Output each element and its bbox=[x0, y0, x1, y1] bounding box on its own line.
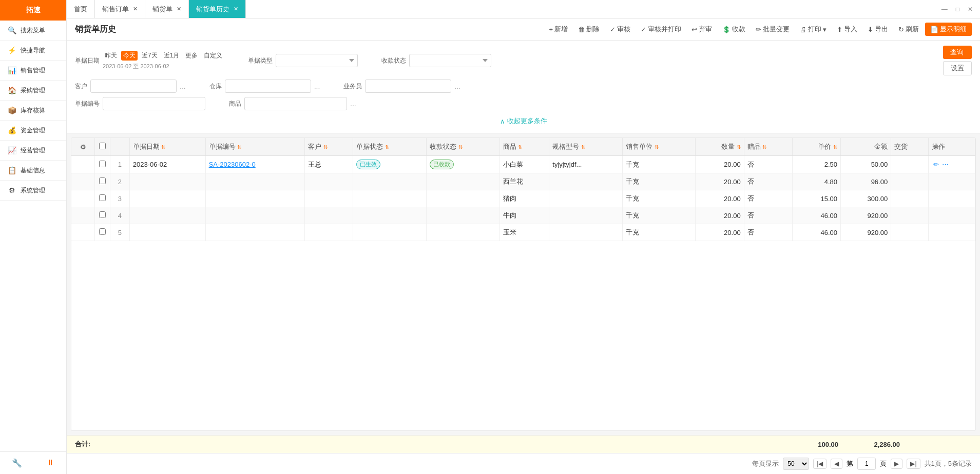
th-quantity[interactable]: 数量 ⇅ bbox=[696, 138, 744, 156]
maximize-btn[interactable]: □ bbox=[954, 5, 962, 14]
warehouse-dots[interactable]: ... bbox=[314, 82, 320, 90]
td-goods: 小白菜 bbox=[499, 156, 549, 173]
doc-number-input[interactable] bbox=[103, 97, 205, 110]
last-page-btn[interactable]: ▶| bbox=[907, 459, 920, 469]
td-check[interactable] bbox=[95, 156, 110, 173]
sidebar-item-search-menu[interactable]: 🔍 搜索菜单 bbox=[0, 21, 66, 41]
new-button[interactable]: + 新增 bbox=[545, 23, 572, 36]
sales-mgmt-icon: 📊 bbox=[7, 66, 16, 75]
warehouse-input[interactable] bbox=[225, 80, 311, 93]
settings-button[interactable]: 设置 bbox=[943, 61, 972, 75]
th-unit-price[interactable]: 单价 ⇅ bbox=[792, 138, 840, 156]
show-detail-button[interactable]: 📄 显示明细 bbox=[925, 23, 972, 36]
audit-print-button[interactable]: ✓ 审核并打印 bbox=[637, 23, 685, 36]
shortcut-custom[interactable]: 自定义 bbox=[202, 51, 224, 61]
staff-dots[interactable]: ... bbox=[454, 82, 460, 90]
shortcut-more[interactable]: 更多 bbox=[183, 51, 200, 61]
delete-button[interactable]: 🗑 删除 bbox=[574, 23, 604, 36]
edit-action-btn[interactable]: ✏ bbox=[933, 161, 939, 168]
per-page-select[interactable]: 50 100 bbox=[783, 458, 809, 470]
abandon-label: 弃审 bbox=[699, 25, 712, 34]
sidebar-item-label: 系统管理 bbox=[21, 186, 45, 195]
tab-sales-history[interactable]: 销货单历史 ✕ bbox=[189, 0, 246, 18]
doc-number-link[interactable]: SA-20230602-0 bbox=[209, 161, 256, 168]
td-check[interactable] bbox=[95, 173, 110, 190]
next-page-btn[interactable]: ▶ bbox=[891, 459, 902, 469]
td-customer bbox=[305, 224, 353, 241]
pay-status-select[interactable] bbox=[409, 54, 491, 67]
select-all-checkbox[interactable] bbox=[99, 143, 106, 149]
sidebar-item-basic-info[interactable]: 📋 基础信息 bbox=[0, 161, 66, 181]
th-goods[interactable]: 商品 ⇅ bbox=[499, 138, 549, 156]
current-page-input[interactable]: 1 bbox=[857, 458, 876, 470]
th-doc-date[interactable]: 单据日期 ⇅ bbox=[129, 138, 205, 156]
sidebar-item-sales-mgmt[interactable]: 📊 销售管理 bbox=[0, 61, 66, 81]
audit-button[interactable]: ✓ 审核 bbox=[606, 23, 635, 36]
tab-sales-order[interactable]: 销售订单 ✕ bbox=[95, 0, 145, 18]
goods-input[interactable] bbox=[244, 97, 347, 110]
staff-input[interactable] bbox=[365, 80, 451, 93]
tab-sales-history-close[interactable]: ✕ bbox=[234, 6, 238, 12]
sidebar-item-inventory[interactable]: 📦 库存核算 bbox=[0, 101, 66, 121]
first-page-btn[interactable]: |◀ bbox=[813, 459, 827, 469]
footer-total-amount: 2,286.00 bbox=[859, 441, 900, 448]
shortcut-today[interactable]: 今天 bbox=[121, 51, 138, 61]
row-checkbox[interactable] bbox=[99, 194, 106, 201]
row-checkbox[interactable] bbox=[99, 177, 106, 184]
prev-page-btn[interactable]: ◀ bbox=[831, 459, 842, 469]
th-spec-type[interactable]: 规格型号 ⇅ bbox=[549, 138, 623, 156]
tab-sales-goods-close[interactable]: ✕ bbox=[177, 6, 181, 12]
tab-sales-goods[interactable]: 销货单 ✕ bbox=[145, 0, 189, 18]
print-button[interactable]: 🖨 打印 ▾ bbox=[796, 23, 831, 36]
tab-home[interactable]: 首页 bbox=[67, 0, 95, 18]
th-gear[interactable]: ⚙ bbox=[71, 138, 95, 156]
date-range: 2023-06-02 至 2023-06-02 bbox=[103, 63, 224, 70]
close-btn[interactable]: ✕ bbox=[966, 5, 975, 14]
shortcut-month[interactable]: 近1月 bbox=[162, 51, 182, 61]
th-delivery: 交货 bbox=[891, 138, 929, 156]
import-button[interactable]: ⬆ 导入 bbox=[833, 23, 861, 36]
row-checkbox[interactable] bbox=[99, 161, 106, 167]
sidebar-item-operations-mgmt[interactable]: 📈 经营管理 bbox=[0, 141, 66, 161]
th-pay-status[interactable]: 收款状态 ⇅ bbox=[427, 138, 500, 156]
th-check[interactable] bbox=[95, 138, 110, 156]
sidebar-item-finance-mgmt[interactable]: 💰 资金管理 bbox=[0, 121, 66, 141]
query-button[interactable]: 查询 bbox=[943, 46, 972, 59]
doc-type-select[interactable] bbox=[276, 54, 358, 67]
td-delivery bbox=[891, 207, 929, 224]
sidebar-item-system-mgmt[interactable]: ⚙ 系统管理 bbox=[0, 181, 66, 201]
customer-input[interactable] bbox=[90, 80, 177, 93]
sidebar-item-quick-nav[interactable]: ⚡ 快捷导航 bbox=[0, 41, 66, 61]
settings-bottom-icon[interactable]: 🔧 bbox=[10, 456, 24, 470]
customer-label: 客户 bbox=[75, 82, 87, 91]
export-button[interactable]: ⬇ 导出 bbox=[863, 23, 892, 36]
pause-bottom-icon[interactable]: ⏸ bbox=[44, 456, 56, 470]
more-action-btn[interactable]: ⋯ bbox=[942, 161, 949, 168]
tab-sales-order-close[interactable]: ✕ bbox=[133, 6, 138, 12]
sidebar-item-purchase-mgmt[interactable]: 🏠 采购管理 bbox=[0, 81, 66, 101]
abandon-button[interactable]: ↩ 弃审 bbox=[687, 23, 716, 36]
table-row: 4 牛肉 千克 20.00 否 46.00 920.00 bbox=[71, 207, 975, 224]
th-doc-number[interactable]: 单据编号 ⇅ bbox=[205, 138, 305, 156]
td-action: ✏⋯ bbox=[928, 156, 975, 173]
th-gift[interactable]: 赠品 ⇅ bbox=[744, 138, 792, 156]
td-check[interactable] bbox=[95, 224, 110, 241]
collapse-button[interactable]: ∧ 收起更多条件 bbox=[75, 114, 972, 128]
minimize-btn[interactable]: — bbox=[939, 5, 950, 14]
collect-button[interactable]: 💲 收款 bbox=[718, 23, 750, 36]
refresh-button[interactable]: ↻ 刷新 bbox=[894, 23, 923, 36]
batch-change-button[interactable]: ✏ 批量变更 bbox=[752, 23, 794, 36]
customer-dots[interactable]: ... bbox=[180, 82, 186, 90]
row-checkbox[interactable] bbox=[99, 228, 106, 235]
sort-goods-icon: ⇅ bbox=[518, 144, 522, 150]
shortcut-week[interactable]: 近7天 bbox=[140, 51, 160, 61]
row-checkbox[interactable] bbox=[99, 211, 106, 218]
th-doc-status[interactable]: 单据状态 ⇅ bbox=[353, 138, 427, 156]
goods-dots[interactable]: ... bbox=[350, 100, 356, 108]
td-check[interactable] bbox=[95, 207, 110, 224]
th-sale-unit[interactable]: 销售单位 ⇅ bbox=[622, 138, 696, 156]
th-customer[interactable]: 客户 ⇅ bbox=[305, 138, 353, 156]
td-check[interactable] bbox=[95, 190, 110, 207]
shortcut-yesterday[interactable]: 昨天 bbox=[103, 51, 119, 61]
td-unit-price: 4.80 bbox=[792, 173, 840, 190]
